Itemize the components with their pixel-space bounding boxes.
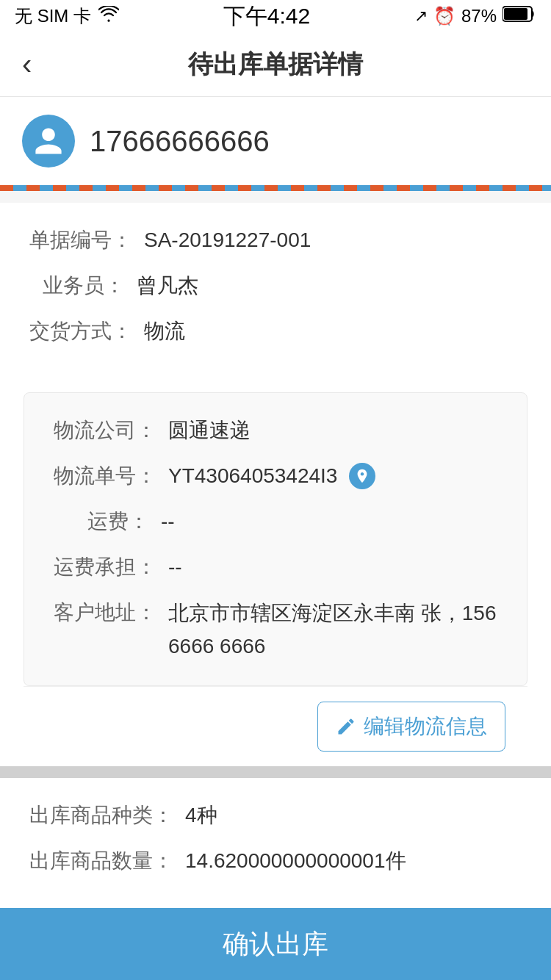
section-separator	[0, 766, 551, 778]
alarm-icon: ⏰	[433, 6, 455, 26]
confirm-btn-text: 确认出库	[223, 926, 328, 962]
back-button[interactable]: ‹	[22, 48, 32, 81]
address-row: 客户地址： 北京市市辖区海淀区永丰南 张，156 6666 6666	[54, 597, 497, 663]
address-label: 客户地址：	[54, 597, 156, 628]
logistics-tracking-label: 物流单号：	[54, 461, 156, 491]
edit-icon	[336, 716, 356, 737]
customer-header: 17666666666	[0, 97, 551, 185]
edit-logistics-button[interactable]: 编辑物流信息	[317, 702, 505, 752]
battery-text: 87%	[461, 6, 497, 26]
delivery-method-value: 物流	[144, 316, 522, 347]
order-number-label: 单据编号：	[29, 225, 132, 256]
status-right: ↗ ⏰ 87%	[414, 5, 536, 27]
user-icon	[32, 125, 65, 157]
confirm-btn-bar[interactable]: 确认出库	[0, 908, 551, 980]
battery-icon	[503, 5, 536, 27]
goods-quantity-row: 出库商品数量： 14.620000000000001件	[29, 846, 522, 876]
edit-btn-container: 编辑物流信息	[24, 686, 527, 766]
address-value: 北京市市辖区海淀区永丰南 张，156 6666 6666	[168, 597, 497, 663]
edit-logistics-label: 编辑物流信息	[364, 713, 487, 741]
logistics-section: 物流公司： 圆通速递 物流单号： YT43064053424I3 运费： -- …	[24, 392, 527, 686]
logistics-company-value: 圆通速递	[168, 415, 497, 446]
goods-types-row: 出库商品种类： 4种	[29, 800, 522, 831]
avatar	[22, 115, 75, 167]
freight-bearer-row: 运费承担： --	[54, 552, 497, 583]
svg-rect-1	[504, 8, 527, 20]
delivery-method-label: 交货方式：	[29, 316, 132, 347]
sales-person-label: 业务员：	[29, 270, 125, 301]
status-left: 无 SIM 卡	[15, 4, 119, 28]
tracking-number: YT43064053424I3	[168, 461, 337, 491]
goods-quantity-value: 14.620000000000001件	[185, 846, 522, 876]
goods-section: 出库商品种类： 4种 出库商品数量： 14.620000000000001件	[0, 778, 551, 898]
logistics-company-label: 物流公司：	[54, 415, 156, 446]
decorative-border	[0, 185, 551, 191]
order-number-row: 单据编号： SA-20191227-001	[29, 225, 522, 256]
carrier-text: 无 SIM 卡	[15, 4, 91, 28]
sales-person-row: 业务员： 曾凡杰	[29, 270, 522, 301]
goods-types-label: 出库商品种类：	[29, 800, 173, 831]
freight-bearer-label: 运费承担：	[54, 552, 156, 583]
customer-phone: 17666666666	[90, 125, 270, 158]
track-location-button[interactable]	[349, 463, 375, 489]
location-status-icon: ↗	[414, 7, 428, 26]
freight-label: 运费：	[54, 506, 149, 537]
order-info-section: 单据编号： SA-20191227-001 业务员： 曾凡杰 交货方式： 物流	[0, 203, 551, 369]
logistics-tracking-value: YT43064053424I3	[168, 461, 497, 491]
map-pin-icon	[354, 468, 370, 484]
wifi-icon	[98, 6, 119, 26]
status-bar: 无 SIM 卡 下午4:42 ↗ ⏰ 87%	[0, 0, 551, 32]
delivery-method-row: 交货方式： 物流	[29, 316, 522, 347]
goods-quantity-label: 出库商品数量：	[29, 846, 173, 876]
nav-bar: ‹ 待出库单据详情	[0, 32, 551, 97]
goods-types-value: 4种	[185, 800, 522, 831]
status-time: 下午4:42	[223, 1, 310, 32]
logistics-company-row: 物流公司： 圆通速递	[54, 415, 497, 446]
order-number-value: SA-20191227-001	[144, 225, 522, 256]
logistics-tracking-row: 物流单号： YT43064053424I3	[54, 461, 497, 491]
sales-person-value: 曾凡杰	[137, 270, 522, 301]
freight-row: 运费： --	[54, 506, 497, 537]
freight-bearer-value: --	[168, 552, 497, 583]
freight-value: --	[161, 506, 497, 537]
page-title: 待出库单据详情	[188, 48, 363, 82]
